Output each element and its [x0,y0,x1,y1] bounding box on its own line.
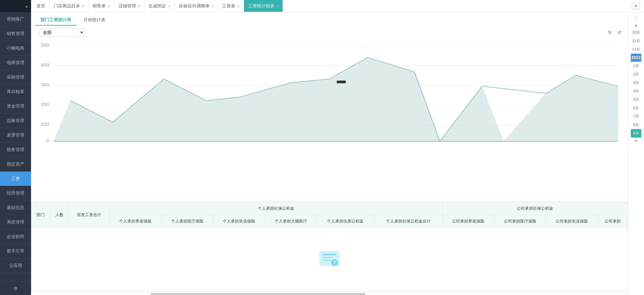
tab-label-store: 店铺管理 [118,3,136,9]
sidebar-item-ecommerce-small[interactable]: 小畅电商 [0,41,31,56]
tab-store[interactable]: 店铺管理× [114,0,144,12]
svg-text:?: ? [333,260,336,265]
tab-close-produce[interactable]: × [168,4,170,8]
tab-product[interactable]: 门店商品目录× [50,0,88,12]
svg-text:200: 200 [41,102,49,107]
sidebar-item-tax[interactable]: 税务管理 [0,143,31,157]
chart-wrapper: 500 400 300 200 100 0 [31,39,628,202]
sub-col---------: 个人承担医疗保险 [161,215,213,228]
timeline-item-1月[interactable]: 1月 [631,62,641,70]
sub-col------------: 个人承担社保公积金合计 [374,215,442,228]
tab-home[interactable]: 首页 [32,0,50,12]
no-data-tooltip [337,81,346,83]
sidebar-settings[interactable]: ⚙ [0,282,31,295]
sub-col---------: 公司承担养老保险 [442,215,494,228]
timeline-close-button[interactable]: × [635,15,638,20]
chart-container: 500 400 300 200 100 0 [36,39,622,147]
sidebar-item-enterprise[interactable]: 企业协同 [0,230,31,244]
sidebar-item-basic[interactable]: 基础信息 [0,201,31,215]
sidebar-item-purchase[interactable]: 采购管理 [0,70,31,85]
sidebar-item-assets[interactable]: 固定资产 [0,157,31,172]
timeline-item-4月[interactable]: 4月 [631,87,641,95]
tab-close-wage-report[interactable]: × [276,4,278,8]
timeline-item-11月[interactable]: 11月 [631,37,641,45]
svg-text:500: 500 [41,42,49,48]
timeline-item-7月[interactable]: 7月 [631,112,641,121]
tab-sales-order[interactable]: 销售单× [88,0,114,12]
svg-marker-12 [53,57,618,141]
timeline-sidebar: × ▲ 10月11月12月20221月2月3月4月5月6月7月8月9月 ▼ [628,12,644,295]
timeline-item-2022[interactable]: 2022 [631,54,641,62]
svg-rect-15 [323,257,333,258]
tab-produce[interactable]: 生成凭证× [144,0,175,12]
tab-bar-end: ✕ [632,3,643,9]
sub-tab-dept-stats[interactable]: 部门工资统计表 [35,15,77,26]
download-icon: ↻ [608,30,612,35]
tab-close-sales-order[interactable]: × [108,4,110,8]
timeline-item-8月[interactable]: 8月 [631,121,641,129]
sub-col----------: 个人承担住房公积金 [317,215,374,228]
svg-rect-14 [323,254,336,256]
sidebar-item-ecommerce[interactable]: 电商管理 [0,56,31,70]
svg-text:400: 400 [41,62,49,67]
sidebar-item-guide[interactable]: 新手引导 [0,244,31,259]
dept-select[interactable]: 全部 [39,28,86,37]
col-dept: 部门 [31,202,50,228]
sidebar-item-finance[interactable]: 资金管理 [0,99,31,114]
col-count: 人数 [50,202,69,228]
content-area: 部门工资统计表月份统计表 全部 ↻ ↺ [31,12,628,295]
timeline-up-arrow[interactable]: ▲ [633,22,640,28]
timeline-header: × [633,13,639,22]
tab-wage-report[interactable]: 工资统计报表× [244,0,283,12]
sidebar-item-operation[interactable]: 经营管理 [0,186,31,201]
svg-rect-16 [323,260,331,261]
timeline-item-5月[interactable]: 5月 [631,95,641,104]
tab-label-wage-report: 工资统计报表 [248,3,274,9]
sidebar: ▲ 营销推广销售管理小畅电商电商管理采购管理库存核算资金管理总账管理发票管理税务… [0,0,31,295]
sub-col---------: 个人承担失业保险 [213,215,265,228]
sidebar-item-marketing[interactable]: 营销推广 [0,12,31,27]
sub-col---------: 公司承担医疗保险 [494,215,546,228]
tab-label-product: 门店商品目录 [54,3,80,9]
sub-tab-bar: 部门工资统计表月份统计表 [31,12,628,26]
sub-tab-month-stats[interactable]: 月份统计表 [78,15,111,26]
refresh-button[interactable]: ↺ [617,30,622,35]
download-button[interactable]: ↻ [608,30,613,35]
sidebar-item-ledger[interactable]: 总账管理 [0,114,31,128]
tab-bar: 首页门店商品目录×销售单×店铺管理×生成凭证×应收应付调整单×工资表×工资统计报… [31,0,644,12]
scroll-indicator [151,293,509,295]
tab-receivable[interactable]: 应收应付调整单× [175,0,218,12]
toolbar: 全部 ↻ ↺ [31,26,628,39]
timeline-item-10月[interactable]: 10月 [631,28,641,37]
empty-state: ? [34,231,625,289]
timeline-item-12月[interactable]: 12月 [631,45,641,54]
tab-close-wage[interactable]: × [237,4,239,8]
sub-col---------: 个人承担大额医疗 [265,215,317,228]
timeline-item-9月[interactable]: 9月 [631,129,641,138]
table-wrapper[interactable]: 部门 人数 应发工资合计 个人承担社保公积金 公司承担社保公积金 个人承担养老保… [31,202,628,295]
main-area: 首页门店商品目录×销售单×店铺管理×生成凭证×应收应付调整单×工资表×工资统计报… [31,0,644,295]
tab-close-product[interactable]: × [82,4,84,8]
page-content: 部门工资统计表月份统计表 全部 ↻ ↺ [31,12,644,295]
sidebar-item-sales[interactable]: 销售管理 [0,27,31,41]
sidebar-header[interactable]: ▲ [0,0,31,12]
timeline-item-3月[interactable]: 3月 [631,79,641,87]
tab-wage[interactable]: 工资表× [218,0,244,12]
timeline-down-arrow[interactable]: ▼ [633,138,640,144]
sidebar-item-salary[interactable]: 工资 [0,172,31,186]
sub-col-----: 公司承担 [598,215,627,228]
tab-label-sales-order: 销售单 [92,3,106,9]
tab-close-store[interactable]: × [138,4,140,8]
timeline-item-2月[interactable]: 2月 [631,70,641,79]
sidebar-item-system[interactable]: 系统管理 [0,215,31,230]
tab-close-receivable[interactable]: × [212,4,214,8]
sidebar-item-inventory[interactable]: 库存核算 [0,85,31,99]
toolbar-left: 全部 [36,28,86,37]
sidebar-arrow-icon: ▲ [25,4,28,8]
close-window-button[interactable]: ✕ [632,3,640,9]
col-total-wage: 应发工资合计 [69,202,110,228]
tab-label-home: 首页 [36,3,45,9]
sidebar-item-invoice[interactable]: 发票管理 [0,128,31,143]
sidebar-item-cloud[interactable]: 云应用 [0,259,31,273]
timeline-item-6月[interactable]: 6月 [631,104,641,112]
